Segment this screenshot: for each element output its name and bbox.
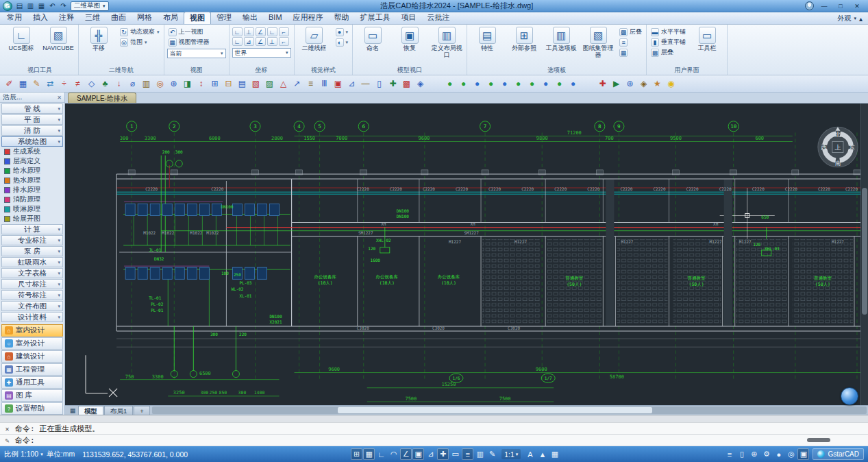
- save-icon[interactable]: ▥: [25, 1, 36, 11]
- new-file-icon[interactable]: ▤: [14, 1, 25, 11]
- palette-menu-符号标注[interactable]: 符号标注▾: [1, 290, 63, 300]
- module-button-通用工具[interactable]: ✚通用工具: [1, 376, 63, 389]
- coord-tool-icon[interactable]: ∠: [256, 27, 266, 36]
- command-history[interactable]: ✕命令: 正在重生成模型。✎命令:: [0, 422, 868, 446]
- toolbar-icon[interactable]: ✚: [596, 77, 609, 90]
- palette-menu-文件布图[interactable]: 文件布图▾: [1, 301, 63, 311]
- toolbar-icon[interactable]: ⇄: [44, 77, 57, 90]
- ribbon-tab-应用程序[interactable]: 应用程序: [288, 12, 329, 24]
- status-toggle-icon[interactable]: ⊿: [425, 448, 436, 460]
- toolbar-icon[interactable]: ≡: [304, 77, 317, 90]
- ribbon-button-NAVICUBE[interactable]: ▧NAVICUBE: [41, 26, 75, 51]
- close-icon[interactable]: ✕: [3, 424, 12, 433]
- vertical-scrollbar[interactable]: [860, 104, 868, 405]
- palette-menu-管线[interactable]: 管 线▾: [1, 104, 63, 114]
- toolbar-icon[interactable]: —: [359, 77, 372, 90]
- pencil-icon[interactable]: ✎: [3, 436, 12, 445]
- module-button-设置帮助[interactable]: ?设置帮助: [1, 402, 63, 415]
- toolbar-icon[interactable]: ▨: [263, 77, 276, 90]
- ribbon-button-small-icon[interactable]: ▦: [618, 48, 643, 57]
- coord-tool-icon[interactable]: ⊥: [244, 27, 254, 36]
- toolbar-icon[interactable]: ▯: [373, 77, 386, 90]
- assistant-bubble-icon[interactable]: [841, 387, 858, 405]
- coord-tool-icon[interactable]: ∠: [256, 37, 266, 46]
- toolbar-icon[interactable]: ✚: [386, 77, 399, 90]
- ribbon-button-small-icon[interactable]: ≡: [618, 38, 643, 47]
- scale-selector[interactable]: 比例 1:100 ▾: [4, 450, 43, 459]
- command-history-row[interactable]: ✕命令: 正在重生成模型。: [0, 422, 868, 434]
- toolbar-icon[interactable]: ⊞: [208, 77, 221, 90]
- status-toggle-icon[interactable]: ▲: [536, 448, 548, 460]
- toolbar-icon[interactable]: ÷: [58, 77, 71, 90]
- ribbon-collapse-icon[interactable]: ▴: [859, 15, 863, 23]
- layout-tab-list-icon[interactable]: ▦: [68, 406, 77, 415]
- ribbon-button-上一视图[interactable]: ↶上一视图: [167, 27, 226, 36]
- toolbar-icon[interactable]: ▤: [236, 77, 249, 90]
- ribbon-button-外部参照[interactable]: ⊞外部参照: [507, 26, 541, 51]
- status-toggle-icon[interactable]: ▦: [363, 448, 375, 460]
- status-toggle-icon[interactable]: ✎: [486, 448, 498, 460]
- toolbar-icon[interactable]: ▣: [332, 77, 345, 90]
- restore-button[interactable]: □: [832, 1, 849, 11]
- status-toggle-icon[interactable]: ▥: [474, 448, 486, 460]
- toolbar-icon[interactable]: ●: [512, 77, 525, 90]
- palette-menu-尺寸标注[interactable]: 尺寸标注▾: [1, 279, 63, 289]
- status-toggle-icon[interactable]: A: [524, 448, 536, 460]
- ribbon-tab-帮助[interactable]: 帮助: [329, 12, 355, 24]
- toolbar-icon[interactable]: ◎: [153, 77, 166, 90]
- coord-tool-icon[interactable]: ∟: [232, 27, 243, 36]
- toolbar-icon[interactable]: ↓: [112, 77, 125, 90]
- ribbon-button-水平平铺[interactable]: ▬水平平铺: [649, 27, 687, 36]
- toolbar-icon[interactable]: ◇: [85, 77, 98, 90]
- ribbon-tab-插入[interactable]: 插入: [27, 12, 53, 24]
- ribbon-button-动态观察[interactable]: ↻动态观察▾: [119, 27, 161, 36]
- ribbon-button-命名[interactable]: ▭命名: [356, 26, 390, 51]
- module-button-工程管理[interactable]: ▦工程管理: [1, 363, 63, 376]
- toolbar-icon[interactable]: ●: [567, 77, 580, 90]
- ribbon-button-small-icon[interactable]: ●▾: [334, 27, 350, 36]
- workspace-selector[interactable]: 二维草图 ▾: [71, 1, 109, 11]
- palette-tool-排水原理[interactable]: 排水原理: [0, 185, 64, 195]
- undo-icon[interactable]: ↶: [47, 1, 58, 11]
- ribbon-button-范围[interactable]: ◎范围▾: [119, 38, 161, 47]
- toolbar-icon[interactable]: ●: [484, 77, 497, 90]
- status-toggle-icon[interactable]: ⚙: [760, 448, 772, 460]
- ribbon-button-层叠[interactable]: ▩层叠: [649, 48, 687, 57]
- palette-tool-生成系统[interactable]: 生成系统: [0, 147, 64, 156]
- palette-close-icon[interactable]: ✕: [57, 95, 62, 101]
- palette-menu-计算[interactable]: 计 算▾: [1, 224, 63, 234]
- palette-tool-层高定义[interactable]: 层高定义: [0, 156, 64, 166]
- palette-tool-喷淋原理[interactable]: 喷淋原理: [0, 204, 64, 214]
- ribbon-button-平移[interactable]: ╬平移: [82, 26, 116, 51]
- toolbar-icon[interactable]: ⊟: [222, 77, 235, 90]
- vertical-scrollbar-thumb[interactable]: [862, 188, 867, 315]
- module-button-建筑设计[interactable]: ⌂建筑设计: [1, 350, 63, 363]
- status-toggle-icon[interactable]: ⊞: [351, 448, 362, 460]
- ribbon-tab-BIM[interactable]: BIM: [263, 12, 288, 24]
- toolbar-icon[interactable]: ▩: [400, 77, 413, 90]
- layout-tab-布局1[interactable]: 布局1: [104, 406, 133, 415]
- toolbar-icon[interactable]: ⊿: [345, 77, 358, 90]
- ribbon-button-定义布局视口[interactable]: ▥定义布局视口: [430, 26, 464, 58]
- ribbon-button-工具栏[interactable]: ▭工具栏: [690, 26, 724, 51]
- horizontal-scrollbar-thumb[interactable]: [338, 407, 652, 413]
- ribbon-button-垂直平铺[interactable]: ▮垂直平铺: [649, 38, 687, 47]
- coord-tool-icon[interactable]: ⌐: [279, 27, 289, 36]
- ribbon-button-工具选项板[interactable]: ▥工具选项板: [544, 26, 578, 51]
- coord-tool-icon[interactable]: ∟: [267, 27, 277, 36]
- palette-tool-热水原理[interactable]: 热水原理: [0, 175, 64, 185]
- toolbar-icon[interactable]: ●: [471, 77, 484, 90]
- status-toggle-icon[interactable]: ▭: [449, 448, 461, 460]
- toolbar-icon[interactable]: ✎: [30, 77, 43, 90]
- ribbon-tab-曲面[interactable]: 曲面: [106, 12, 132, 24]
- annotation-scale-control[interactable]: 1:1 ▾: [501, 449, 521, 459]
- toolbar-icon[interactable]: ⊕: [623, 77, 636, 90]
- status-toggle-icon[interactable]: ≡: [723, 448, 735, 460]
- ribbon-tab-云批注[interactable]: 云批注: [422, 12, 456, 24]
- horizontal-scrollbar[interactable]: [152, 406, 867, 414]
- appearance-control[interactable]: 外观 ▾ ▴: [833, 14, 867, 24]
- toolbar-icon[interactable]: ≠: [71, 77, 84, 90]
- toolbar-icon[interactable]: ▥: [140, 77, 153, 90]
- module-button-室内设计[interactable]: ⌂室内设计: [1, 324, 63, 337]
- coord-tool-icon[interactable]: ⌐: [279, 37, 289, 46]
